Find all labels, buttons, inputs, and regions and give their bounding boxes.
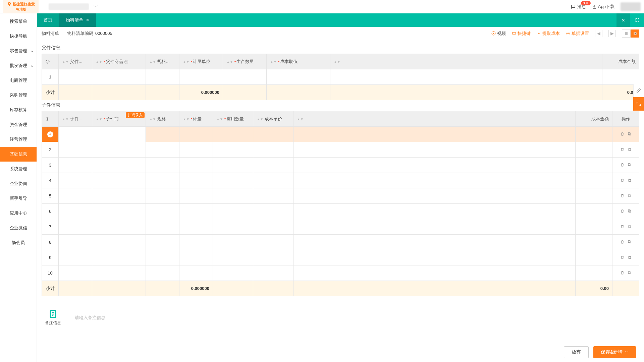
copy-row-button[interactable] xyxy=(627,270,632,275)
sidebar-item-9[interactable]: 基础信息 xyxy=(0,147,37,162)
close-icon[interactable]: ✕ xyxy=(86,18,89,22)
save-and-new-button[interactable]: 保存&新增﹀ xyxy=(593,346,636,358)
parent-col-settings[interactable] xyxy=(42,54,59,69)
child-product-input[interactable] xyxy=(92,127,146,142)
child-code-input[interactable] xyxy=(59,127,92,142)
parent-col-amount[interactable]: 成本金额 xyxy=(602,54,639,69)
remarks-input[interactable] xyxy=(70,309,638,326)
child-row[interactable]: 7 xyxy=(42,219,639,235)
float-expand-button[interactable] xyxy=(633,97,644,111)
video-help-button[interactable]: 视频 xyxy=(491,31,506,37)
extract-cost-button[interactable]: 提取成本 xyxy=(537,31,560,37)
delete-row-button[interactable] xyxy=(620,163,625,167)
sidebar-item-12[interactable]: 新手引导 xyxy=(0,191,37,206)
child-col-qty[interactable]: ▲▼•需用数量 xyxy=(213,111,253,127)
help-icon[interactable]: ? xyxy=(124,60,128,64)
discard-button[interactable]: 放弃 xyxy=(564,346,589,358)
messages-button[interactable]: 消息 99+ xyxy=(571,4,586,10)
next-doc-button[interactable]: ▶ xyxy=(608,30,616,37)
svg-point-3 xyxy=(47,61,48,62)
child-col-settings[interactable] xyxy=(42,111,59,127)
sidebar-item-7[interactable]: 资金管理 xyxy=(0,117,37,132)
app-download-button[interactable]: App下载 xyxy=(592,4,614,10)
sidebar-item-14[interactable]: 企业微信 xyxy=(0,221,37,235)
parent-col-unit[interactable]: ▲▼•计量单位 xyxy=(179,54,223,69)
float-edit-button[interactable] xyxy=(633,84,644,97)
view-list-button[interactable] xyxy=(622,29,631,38)
child-row[interactable]: 3 xyxy=(42,158,639,173)
parent-col-qty[interactable]: ▲▼•生产数量 xyxy=(223,54,267,69)
row-ops xyxy=(612,204,639,219)
parent-col-code[interactable]: ▲▼父件... xyxy=(59,54,92,69)
copy-row-button[interactable] xyxy=(627,255,632,259)
sidebar-item-1[interactable]: 快捷导航 xyxy=(0,29,37,44)
copy-row-button[interactable] xyxy=(627,132,632,136)
extract-icon xyxy=(537,31,541,36)
shortcut-button[interactable]: 快捷键 xyxy=(512,31,531,37)
copy-row-button[interactable] xyxy=(627,193,632,198)
sidebar-item-5[interactable]: 采购管理 xyxy=(0,88,37,103)
child-row[interactable]: 4 xyxy=(42,173,639,188)
delete-row-button[interactable] xyxy=(620,255,625,259)
child-row[interactable]: + xyxy=(42,127,639,142)
delete-row-button[interactable] xyxy=(620,209,625,213)
parent-col-blank: ▲▼ xyxy=(330,54,602,69)
child-row[interactable]: 8 xyxy=(42,235,639,250)
org-selector[interactable]: ﹀ xyxy=(49,3,98,10)
doc-settings-button[interactable]: 单据设置 xyxy=(566,31,589,37)
child-row[interactable]: 10 xyxy=(42,265,639,281)
delete-row-button[interactable] xyxy=(620,147,625,152)
delete-row-button[interactable] xyxy=(620,193,625,198)
add-row-button[interactable]: + xyxy=(42,127,59,142)
sidebar-item-6[interactable]: 库存核算 xyxy=(0,103,37,117)
parent-col-spec[interactable]: ▲▼规格... xyxy=(146,54,179,69)
child-row[interactable]: 9 xyxy=(42,250,639,265)
child-row[interactable]: 5 xyxy=(42,188,639,204)
sidebar-item-10[interactable]: 系统管理 xyxy=(0,162,37,176)
child-col-spec[interactable]: ▲▼规格... xyxy=(146,111,179,127)
delete-row-button[interactable] xyxy=(620,240,625,244)
prev-doc-button[interactable]: ◀ xyxy=(595,30,602,37)
copy-row-button[interactable] xyxy=(627,163,632,167)
copy-row-button[interactable] xyxy=(627,209,632,213)
sidebar-item-15[interactable]: 畅会员 xyxy=(0,235,37,250)
row-ops xyxy=(612,173,639,188)
tab-bom[interactable]: 物料清单 ✕ xyxy=(59,13,96,27)
sidebar-item-4[interactable]: 电商管理 xyxy=(0,73,37,88)
copy-row-button[interactable] xyxy=(627,240,632,244)
view-detail-button[interactable] xyxy=(631,29,639,38)
chevron-right-icon: ▸ xyxy=(32,64,33,68)
sidebar-item-3[interactable]: 批发管理▸ xyxy=(0,58,37,73)
child-col-unit[interactable]: ▲▼•计量... xyxy=(179,111,213,127)
parent-col-costsrc[interactable]: ▲▼•成本取值 xyxy=(267,54,330,69)
delete-row-button[interactable] xyxy=(620,132,625,136)
sidebar-item-11[interactable]: 企业协同 xyxy=(0,176,37,191)
sidebar-item-0[interactable]: 搜索菜单 xyxy=(0,14,37,29)
copy-row-button[interactable] xyxy=(627,178,632,182)
fullscreen-button[interactable] xyxy=(631,13,644,27)
sidebar-item-8[interactable]: 经营管理 xyxy=(0,132,37,147)
sidebar-item-2[interactable]: 零售管理▸ xyxy=(0,44,37,58)
row-ops xyxy=(612,235,639,250)
delete-row-button[interactable] xyxy=(620,178,625,182)
child-row[interactable]: 6 xyxy=(42,204,639,219)
child-col-code[interactable]: ▲▼子件... xyxy=(59,111,92,127)
delete-row-button[interactable] xyxy=(620,224,625,229)
list-icon xyxy=(624,32,629,36)
child-col-price[interactable]: ▲▼成本单价 xyxy=(253,111,293,127)
copy-row-button[interactable] xyxy=(627,224,632,229)
delete-row-button[interactable] xyxy=(620,270,625,275)
avatar[interactable] xyxy=(621,2,641,11)
sidebar-item-13[interactable]: 应用中心 xyxy=(0,206,37,221)
copy-row-button[interactable] xyxy=(627,147,632,152)
subtab-bom[interactable]: 物料清单 xyxy=(42,31,59,37)
detail-icon xyxy=(633,32,637,36)
parent-col-product[interactable]: ▲▼•父件商品? xyxy=(92,54,146,69)
child-row[interactable]: 2 xyxy=(42,142,639,158)
tab-home[interactable]: 首页 xyxy=(37,13,59,27)
parent-row[interactable]: 1 xyxy=(42,69,639,85)
child-col-product[interactable]: ▲▼•子件商扫码录入 xyxy=(92,111,146,127)
tab-close-button[interactable]: ✕ xyxy=(616,13,630,27)
scan-input-button[interactable]: 扫码录入 xyxy=(126,112,145,118)
child-col-amount[interactable]: 成本金额 xyxy=(576,111,612,127)
